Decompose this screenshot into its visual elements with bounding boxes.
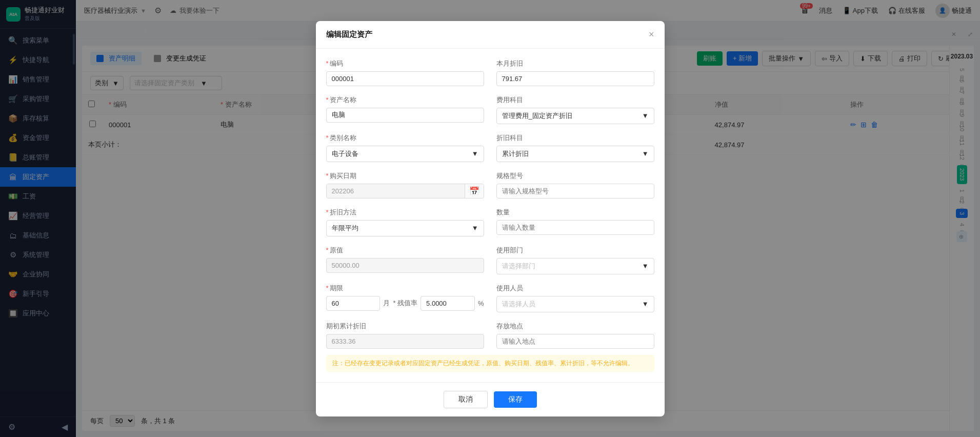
- modal-title: 编辑固定资产: [326, 30, 372, 39]
- modal-note: 注：已经存在变更记录或者对应固定资产已经生成凭证，原值、购买日期、残值率、累计折…: [326, 355, 654, 372]
- form-row-initial-depr: 期初累计折旧: [326, 322, 484, 349]
- expense-subject-select[interactable]: 管理费用_固定资产折旧 ▼: [496, 108, 654, 124]
- model-label: 规格型号: [496, 171, 654, 181]
- residual-input[interactable]: [421, 296, 475, 311]
- model-input[interactable]: [496, 184, 654, 198]
- user-label: 使用人员: [496, 284, 654, 293]
- dept-placeholder: 请选择部门: [502, 262, 535, 271]
- category-value: 电子设备: [332, 149, 358, 158]
- depr-method-select[interactable]: 年限平均 ▼: [326, 220, 484, 236]
- monthly-depr-label: 本月折旧: [496, 59, 654, 68]
- residual-unit: %: [478, 300, 484, 307]
- dept-label: 使用部门: [496, 246, 654, 255]
- period-input[interactable]: [326, 296, 381, 311]
- location-label: 存放地点: [496, 322, 654, 331]
- dept-arrow: ▼: [642, 262, 649, 270]
- modal-header: 编辑固定资产 ×: [316, 21, 665, 49]
- code-input[interactable]: [326, 71, 484, 86]
- form-row-user: 使用人员 请选择人员 ▼: [496, 284, 654, 312]
- note-text: 注：已经存在变更记录或者对应固定资产已经生成凭证，原值、购买日期、残值率、累计折…: [332, 360, 634, 367]
- save-button[interactable]: 保存: [494, 391, 537, 408]
- depr-subject-arrow: ▼: [642, 150, 649, 157]
- form-grid: * 编码 本月折旧 * 资产名称: [326, 59, 654, 349]
- user-placeholder: 请选择人员: [502, 300, 535, 309]
- form-row-depr-subject: 折旧科目 累计折旧 ▼: [496, 133, 654, 162]
- category-label: * 类别名称: [326, 133, 484, 143]
- edit-asset-modal: 编辑固定资产 × * 编码 本月折旧: [316, 21, 665, 416]
- depr-subject-label: 折旧科目: [496, 133, 654, 143]
- modal-footer: 取消 保存: [316, 382, 665, 416]
- purchase-date-label: * 购买日期: [326, 171, 484, 181]
- name-label: * 资产名称: [326, 95, 484, 105]
- form-row-purchase-date: * 购买日期 📅: [326, 171, 484, 198]
- user-select[interactable]: 请选择人员 ▼: [496, 296, 654, 312]
- form-row-monthly-depr: 本月折旧: [496, 59, 654, 86]
- period-unit: 月: [383, 299, 390, 308]
- form-row-name: * 资产名称: [326, 95, 484, 124]
- original-value-input[interactable]: [326, 258, 484, 273]
- expense-subject-value: 管理费用_固定资产折旧: [502, 111, 572, 121]
- depr-method-value: 年限平均: [332, 224, 358, 233]
- form-row-dept: 使用部门 请选择部门 ▼: [496, 246, 654, 274]
- monthly-depr-input[interactable]: [496, 71, 654, 86]
- expense-subject-label: 费用科目: [496, 95, 654, 105]
- modal-overlay: 编辑固定资产 × * 编码 本月折旧: [0, 0, 980, 437]
- name-input[interactable]: [326, 108, 484, 123]
- expense-subject-arrow: ▼: [642, 112, 649, 120]
- form-row-depr-method: * 折旧方法 年限平均 ▼: [326, 208, 484, 236]
- residual-label: * 残值率: [393, 299, 417, 308]
- cancel-button[interactable]: 取消: [444, 391, 488, 408]
- form-row-location: 存放地点: [496, 322, 654, 349]
- form-row-category: * 类别名称 电子设备 ▼: [326, 133, 484, 162]
- code-label: * 编码: [326, 59, 484, 68]
- user-arrow: ▼: [642, 300, 649, 308]
- category-select[interactable]: 电子设备 ▼: [326, 146, 484, 162]
- form-row-expense-subject: 费用科目 管理费用_固定资产折旧 ▼: [496, 95, 654, 124]
- initial-depr-input[interactable]: [326, 334, 484, 349]
- calendar-icon[interactable]: 📅: [465, 184, 484, 198]
- initial-depr-label: 期初累计折旧: [326, 322, 484, 331]
- purchase-date-input[interactable]: [327, 184, 465, 198]
- period-residual-group: 月 * 残值率 %: [326, 296, 484, 311]
- modal-close-button[interactable]: ×: [649, 29, 654, 40]
- modal-body: * 编码 本月折旧 * 资产名称: [316, 49, 665, 382]
- form-row-original-value: * 原值: [326, 246, 484, 274]
- depr-method-arrow: ▼: [472, 224, 478, 232]
- original-value-label: * 原值: [326, 246, 484, 255]
- period-label: * 期限: [326, 284, 484, 293]
- location-input[interactable]: [496, 334, 654, 349]
- quantity-input[interactable]: [496, 220, 654, 235]
- quantity-label: 数量: [496, 208, 654, 217]
- category-arrow: ▼: [472, 150, 478, 157]
- depr-method-label: * 折旧方法: [326, 208, 484, 217]
- dept-select[interactable]: 请选择部门 ▼: [496, 258, 654, 274]
- form-row-model: 规格型号: [496, 171, 654, 198]
- form-row-quantity: 数量: [496, 208, 654, 236]
- depr-subject-select[interactable]: 累计折旧 ▼: [496, 146, 654, 162]
- form-row-period-residual: * 期限 月 * 残值率 %: [326, 284, 484, 312]
- depr-subject-value: 累计折旧: [502, 149, 529, 158]
- purchase-date-input-wrap: 📅: [326, 184, 484, 198]
- form-row-code: * 编码: [326, 59, 484, 86]
